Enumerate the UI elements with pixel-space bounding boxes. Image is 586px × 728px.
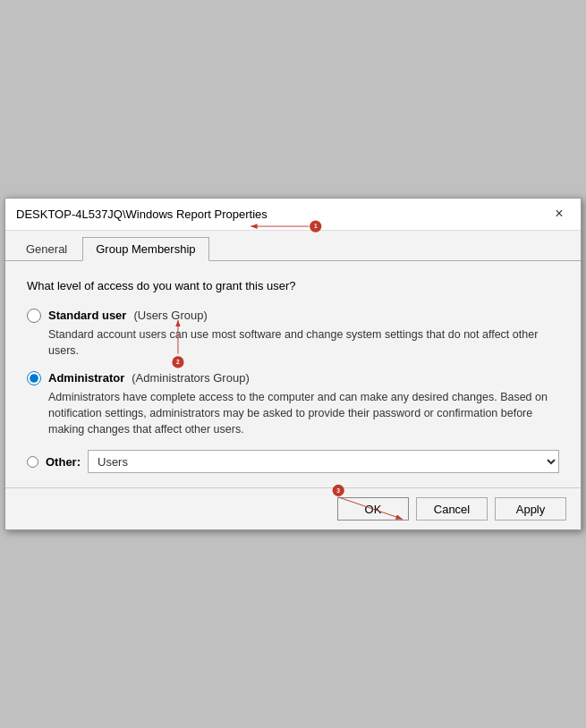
apply-button[interactable]: Apply [495, 497, 566, 521]
other-radio[interactable] [27, 456, 38, 468]
standard-user-radio[interactable] [27, 309, 41, 323]
cancel-button[interactable]: Cancel [416, 497, 488, 521]
administrator-row: Administrator (Administrators Group) [27, 371, 559, 385]
standard-user-desc: Standard account users can use most soft… [48, 326, 559, 359]
tab-general[interactable]: General [13, 237, 81, 261]
administrator-label: Administrator [48, 371, 124, 385]
dialog-title: DESKTOP-4L537JQ\Windows Report Propertie… [16, 207, 268, 221]
standard-user-row: Standard user (Users Group) [27, 309, 559, 323]
tab-content: What level of access do you want to gran… [5, 261, 581, 488]
standard-user-group: (Users Group) [133, 309, 207, 322]
other-select[interactable]: Users [88, 450, 559, 473]
question-text: What level of access do you want to gran… [27, 279, 559, 292]
administrator-desc: Administrators have complete access to t… [48, 389, 559, 437]
button-bar: OK Cancel Apply [5, 487, 581, 529]
standard-user-label: Standard user [48, 309, 126, 322]
ok-button[interactable]: OK [337, 497, 409, 521]
dialog: DESKTOP-4L537JQ\Windows Report Propertie… [4, 198, 582, 531]
dialog-wrapper: DESKTOP-4L537JQ\Windows Report Propertie… [4, 198, 582, 531]
tab-group-membership[interactable]: Group Membership [82, 237, 208, 261]
tabs-bar: General Group Membership [5, 231, 581, 261]
other-label: Other: [46, 455, 81, 469]
standard-user-option: Standard user (Users Group) Standard acc… [27, 309, 559, 359]
close-button[interactable]: × [548, 203, 570, 224]
administrator-radio[interactable] [27, 371, 41, 385]
title-bar: DESKTOP-4L537JQ\Windows Report Propertie… [5, 199, 581, 231]
administrator-group: (Administrators Group) [132, 371, 249, 385]
administrator-option: Administrator (Administrators Group) Adm… [27, 371, 559, 437]
other-option-row: Other: Users [27, 450, 559, 473]
